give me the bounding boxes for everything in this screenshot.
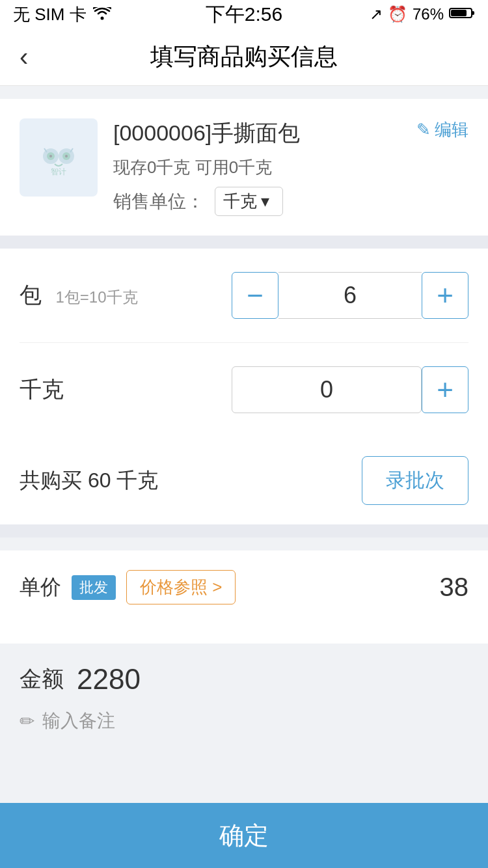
product-card: 智计 [0000006]手撕面包 现存0千克 可用0千克 销售单位： 千克 ▾ … <box>0 99 488 236</box>
product-image: 智计 <box>20 118 98 197</box>
qty-controls-bao: − + <box>232 272 468 319</box>
batch-tag: 批发 <box>72 575 116 600</box>
product-info: [0000006]手撕面包 现存0千克 可用0千克 销售单位： 千克 ▾ <box>113 118 468 216</box>
edit-button[interactable]: ✎ 编辑 <box>416 118 468 141</box>
alarm-icon: ⏰ <box>388 5 407 23</box>
record-batch-button[interactable]: 录批次 <box>362 456 468 505</box>
amount-section: 金额 2280 ✏ 输入备注 <box>0 644 488 753</box>
unit-value: 千克 <box>223 190 257 213</box>
note-row[interactable]: ✏ 输入备注 <box>20 709 468 733</box>
svg-text:智计: 智计 <box>51 167 66 176</box>
product-unit-row: 销售单位： 千克 ▾ <box>113 187 468 216</box>
product-stock: 现存0千克 可用0千克 <box>113 156 468 179</box>
status-left: 无 SIM 卡 <box>13 3 111 26</box>
wifi-icon <box>93 5 111 25</box>
svg-rect-3 <box>451 10 467 16</box>
qty-row-bao: 包 1包=10千克 − + <box>20 249 468 343</box>
unit-select[interactable]: 千克 ▾ <box>215 187 283 216</box>
price-section: 单价 批发 价格参照 > 38 <box>0 550 488 644</box>
qty-row-kg: 千克 + <box>20 343 468 437</box>
status-time: 下午2:56 <box>206 1 282 28</box>
total-section: 共购买 60 千克 录批次 <box>0 437 488 524</box>
svg-point-0 <box>100 16 103 20</box>
product-name: [0000006]手撕面包 <box>113 118 468 148</box>
edit-icon: ✎ <box>416 120 431 140</box>
price-ref-button[interactable]: 价格参照 > <box>126 570 236 604</box>
note-placeholder: 输入备注 <box>42 709 115 733</box>
qty-input-kg[interactable] <box>232 366 422 413</box>
qty-controls-kg: + <box>232 366 468 413</box>
chevron-down-icon: ▾ <box>261 191 269 211</box>
unit-label: 销售单位： <box>113 189 204 214</box>
quantity-section: 包 1包=10千克 − + 千克 + <box>0 249 488 437</box>
battery-icon <box>449 5 475 23</box>
amount-row: 金额 2280 <box>20 663 468 696</box>
status-right: ↗ ⏰ 76% <box>370 5 475 23</box>
edit-label: 编辑 <box>435 118 468 141</box>
section-divider-1 <box>0 236 488 249</box>
page-title: 填写商品购买信息 <box>150 41 338 73</box>
product-logo: 智计 <box>33 138 85 177</box>
qty-input-bao[interactable] <box>278 272 422 319</box>
qty-label-bao: 包 1包=10千克 <box>20 280 232 310</box>
battery-text: 76% <box>413 5 444 23</box>
qty-hint-bao: 1包=10千克 <box>55 288 137 306</box>
note-icon: ✏ <box>20 711 34 732</box>
confirm-button[interactable]: 确定 <box>0 803 488 868</box>
amount-label: 金额 <box>20 664 64 694</box>
svg-point-9 <box>65 155 68 157</box>
back-button[interactable]: ‹ <box>20 36 41 78</box>
price-label-group: 单价 批发 价格参照 > <box>20 570 236 604</box>
qty-decrease-bao[interactable]: − <box>232 272 278 319</box>
price-label: 单价 <box>20 573 61 602</box>
svg-point-8 <box>49 155 52 157</box>
amount-value: 2280 <box>77 663 141 696</box>
qty-increase-kg[interactable]: + <box>422 366 468 413</box>
total-text: 共购买 60 千克 <box>20 467 158 495</box>
section-divider-2 <box>0 524 488 537</box>
nav-bar: ‹ 填写商品购买信息 <box>0 29 488 86</box>
status-bar: 无 SIM 卡 下午2:56 ↗ ⏰ 76% <box>0 0 488 29</box>
qty-increase-bao[interactable]: + <box>422 272 468 319</box>
qty-label-kg: 千克 <box>20 375 232 405</box>
svg-rect-2 <box>472 11 474 15</box>
price-value: 38 <box>440 573 469 602</box>
price-row: 单价 批发 价格参照 > 38 <box>20 570 468 604</box>
location-icon: ↗ <box>370 5 383 23</box>
carrier-text: 无 SIM 卡 <box>13 3 87 26</box>
